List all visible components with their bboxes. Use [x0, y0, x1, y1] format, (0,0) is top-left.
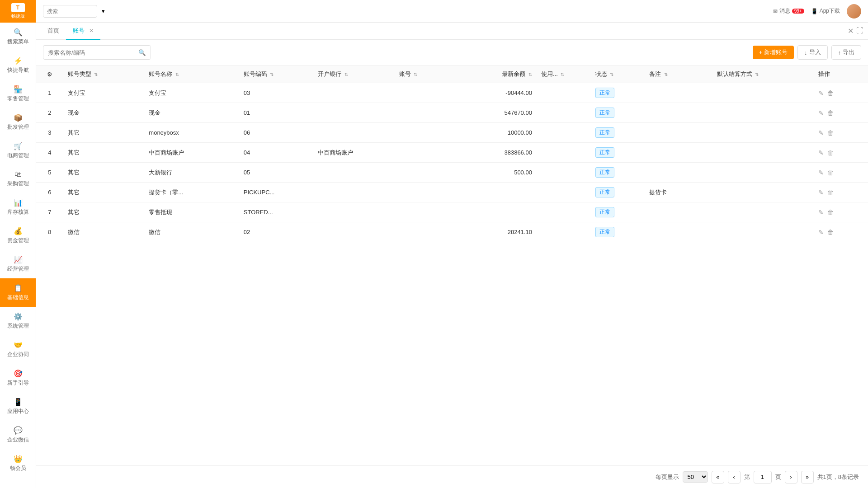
sidebar-item-label: 批发管理 — [7, 123, 29, 131]
row-default-pay — [712, 143, 814, 163]
top-search-input[interactable] — [43, 5, 97, 18]
sidebar-item-collab[interactable]: 🤝 企业协同 — [0, 335, 36, 364]
edit-icon[interactable]: ✎ — [818, 209, 824, 216]
edit-icon[interactable]: ✎ — [818, 89, 824, 97]
table-row: 4 其它 中百商场账户 04 中百商场账户 383866.00 正常 ✎ 🗑 — [36, 143, 868, 163]
table-body: 1 支付宝 支付宝 03 -90444.00 正常 ✎ 🗑 2 现金 现金 — [36, 83, 868, 242]
row-action: ✎ 🗑 — [814, 83, 868, 103]
sidebar-item-ecommerce[interactable]: 🛒 电商管理 — [0, 136, 36, 165]
table-header-row: ⚙ 账号类型 ⇅ 账号名称 ⇅ 账号编码 ⇅ — [36, 66, 868, 83]
col-header-balance[interactable]: 最新余额 ⇅ — [462, 66, 537, 83]
col-header-name[interactable]: 账号名称 ⇅ — [144, 66, 239, 83]
tab-account-label: 账号 — [73, 27, 85, 35]
tab-expand-icon[interactable]: ⛶ — [856, 27, 863, 35]
delete-icon[interactable]: 🗑 — [827, 229, 834, 236]
current-page-input[interactable] — [754, 471, 772, 483]
row-code: 02 — [239, 222, 314, 242]
sidebar-item-inventory[interactable]: 📊 库存核算 — [0, 193, 36, 221]
table-row: 6 其它 提货卡（零... PICKUPC... 正常 提货卡 ✎ 🗑 — [36, 183, 868, 202]
col-name-label: 账号名称 — [149, 70, 172, 77]
sidebar-item-search[interactable]: 🔍 搜索菜单 — [0, 23, 36, 51]
tab-home[interactable]: 首页 — [41, 23, 66, 40]
edit-icon[interactable]: ✎ — [818, 129, 824, 136]
sidebar-item-guide[interactable]: 🎯 新手引导 — [0, 364, 36, 392]
row-status: 正常 — [591, 143, 645, 163]
sort-type-icon: ⇅ — [94, 72, 98, 77]
edit-icon[interactable]: ✎ — [818, 229, 824, 236]
delete-icon[interactable]: 🗑 — [827, 129, 834, 136]
tab-account[interactable]: 账号 ✕ — [66, 23, 100, 40]
prev-page-button[interactable]: ‹ — [728, 471, 741, 483]
tab-close-all-icon[interactable]: ✕ — [848, 27, 854, 35]
sidebar-item-operations[interactable]: 📈 经营管理 — [0, 250, 36, 278]
tab-close-button[interactable]: ✕ — [89, 28, 94, 34]
sidebar-item-finance[interactable]: 💰 资金管理 — [0, 221, 36, 250]
sidebar: T 畅捷版 🔍 搜索菜单 ⚡ 快捷导航 🏪 零售管理 📦 批发管理 🛒 电商管理… — [0, 0, 36, 488]
status-badge: 正常 — [595, 127, 614, 138]
page-size-select[interactable]: 50 20 100 — [683, 471, 708, 483]
edit-icon[interactable]: ✎ — [818, 169, 824, 176]
row-num: 2 — [36, 103, 63, 123]
table-row: 5 其它 大新银行 05 500.00 正常 ✎ 🗑 — [36, 163, 868, 183]
row-remark — [645, 222, 712, 242]
export-button[interactable]: ↑ 导出 — [831, 45, 862, 60]
next-page-button[interactable]: › — [785, 471, 797, 483]
sidebar-item-quick-nav[interactable]: ⚡ 快捷导航 — [0, 51, 36, 80]
col-header-default-pay[interactable]: 默认结算方式 ⇅ — [712, 66, 814, 83]
sidebar-item-purchase[interactable]: 🛍 采购管理 — [0, 165, 36, 193]
delete-icon[interactable]: 🗑 — [827, 209, 834, 216]
first-page-button[interactable]: « — [712, 471, 724, 483]
purchase-icon: 🛍 — [14, 170, 22, 178]
last-page-button[interactable]: » — [801, 471, 814, 483]
col-balance-label: 最新余额 — [502, 70, 525, 77]
col-header-remark[interactable]: 备注 ⇅ — [645, 66, 712, 83]
delete-icon[interactable]: 🗑 — [827, 169, 834, 176]
logo: T 畅捷版 — [0, 0, 36, 23]
sort-default-icon: ⇅ — [755, 72, 759, 77]
import-button[interactable]: ↓ 导入 — [797, 45, 828, 60]
row-usage — [537, 143, 591, 163]
row-type: 支付宝 — [63, 83, 145, 103]
sidebar-item-enterprise-wechat[interactable]: 💬 企业微信 — [0, 421, 36, 449]
top-header: ▾ ✉ 消息 99+ 📱 App下载 — [36, 0, 868, 23]
user-avatar[interactable] — [847, 4, 861, 19]
app-download-label: App下载 — [820, 7, 840, 15]
col-settings[interactable]: ⚙ — [36, 66, 63, 83]
total-label: 共1页，8条记录 — [817, 473, 859, 481]
sidebar-item-member[interactable]: 👑 畅会员 — [0, 449, 36, 478]
delete-icon[interactable]: 🗑 — [827, 109, 834, 117]
delete-icon[interactable]: 🗑 — [827, 149, 834, 156]
col-header-code[interactable]: 账号编码 ⇅ — [239, 66, 314, 83]
row-account — [395, 83, 462, 103]
operations-icon: 📈 — [14, 255, 23, 264]
sidebar-item-basic-info[interactable]: 📋 基础信息 — [0, 278, 36, 307]
sidebar-item-wholesale[interactable]: 📦 批发管理 — [0, 108, 36, 136]
account-search-input[interactable] — [43, 49, 134, 56]
content-header: 🔍 + 新增账号 ↓ 导入 ↑ 导出 — [36, 40, 868, 66]
row-bank: 中百商场账户 — [313, 143, 395, 163]
col-header-usage[interactable]: 使用... ⇅ — [537, 66, 591, 83]
add-account-button[interactable]: + 新增账号 — [753, 46, 794, 59]
edit-icon[interactable]: ✎ — [818, 109, 824, 117]
col-header-type[interactable]: 账号类型 ⇅ — [63, 66, 145, 83]
search-button[interactable]: 🔍 — [134, 46, 151, 59]
dropdown-toggle[interactable]: ▾ — [102, 8, 105, 14]
col-header-account[interactable]: 账号 ⇅ — [395, 66, 462, 83]
sidebar-item-system[interactable]: ⚙️ 系统管理 — [0, 307, 36, 335]
sidebar-item-app-center[interactable]: 📱 应用中心 — [0, 392, 36, 421]
col-header-bank[interactable]: 开户银行 ⇅ — [313, 66, 395, 83]
sidebar-item-retail[interactable]: 🏪 零售管理 — [0, 80, 36, 108]
edit-icon[interactable]: ✎ — [818, 149, 824, 156]
row-bank — [313, 183, 395, 202]
message-button[interactable]: ✉ 消息 99+ — [773, 7, 804, 15]
enterprise-wechat-icon: 💬 — [14, 426, 23, 435]
table-row: 1 支付宝 支付宝 03 -90444.00 正常 ✎ 🗑 — [36, 83, 868, 103]
col-header-status[interactable]: 状态 ⇅ — [591, 66, 645, 83]
delete-icon[interactable]: 🗑 — [827, 189, 834, 196]
edit-icon[interactable]: ✎ — [818, 189, 824, 196]
delete-icon[interactable]: 🗑 — [827, 89, 834, 97]
app-download-button[interactable]: 📱 App下载 — [811, 7, 840, 15]
search-menu-icon: 🔍 — [14, 28, 23, 37]
row-num: 5 — [36, 163, 63, 183]
col-bank-label: 开户银行 — [318, 70, 341, 77]
